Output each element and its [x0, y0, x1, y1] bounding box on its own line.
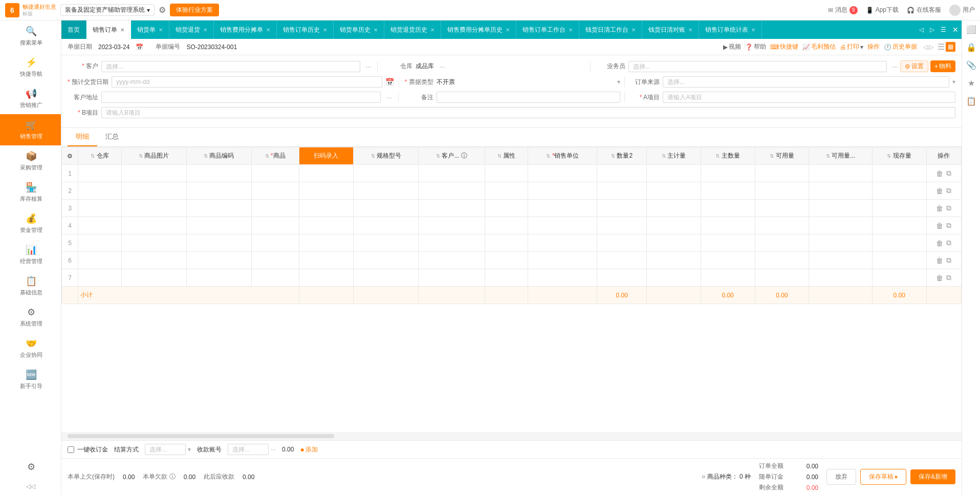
row-copy-icon[interactable]: ⧉ [946, 186, 951, 195]
address-input[interactable] [101, 92, 381, 103]
product-count-icon[interactable]: ○ [702, 473, 705, 480]
tab-12[interactable]: 销售订单统计表✕ [699, 20, 762, 39]
history-btn[interactable]: 🕐 历史单据 [884, 42, 917, 51]
sidebar-settings[interactable]: ⚙ [0, 456, 61, 478]
tab-0[interactable]: 首页 [61, 20, 86, 39]
profit-btn[interactable]: 📈 毛利预估 [802, 42, 836, 51]
tab-4[interactable]: 销售费用分摊单✕ [214, 20, 277, 39]
sidebar-item-search[interactable]: 🔍搜索菜单 [0, 20, 61, 52]
message-btn[interactable]: ✉ 消息 9 [828, 6, 858, 14]
customer-more-btn[interactable]: ··· [363, 62, 374, 71]
tab-close-8[interactable]: ✕ [506, 27, 510, 33]
row-delete-icon[interactable]: 🗑 [936, 187, 943, 195]
tab-next-btn[interactable]: ▷ [927, 26, 938, 33]
app-download-btn[interactable]: 📱 App下载 [866, 6, 899, 14]
setting-btn[interactable]: ⚙ 设置 [900, 60, 928, 72]
tab-close-10[interactable]: ✕ [631, 27, 636, 33]
row-delete-icon[interactable]: 🗑 [936, 256, 943, 265]
tab-6[interactable]: 销货单历史✕ [334, 20, 384, 39]
tab-close-11[interactable]: ✕ [688, 27, 692, 33]
delivery-date-input[interactable] [112, 76, 382, 88]
tab-9[interactable]: 销售订单工作台✕ [516, 20, 579, 39]
tab-7[interactable]: 销货退货历史✕ [384, 20, 441, 39]
tab-close-1[interactable]: ✕ [120, 27, 124, 33]
industry-btn[interactable]: 体验行业方案 [170, 4, 219, 16]
tab-close-4[interactable]: ✕ [266, 27, 270, 33]
tab-close-9[interactable]: ✕ [569, 27, 573, 33]
sidebar-item-sales[interactable]: 🛒销售管理 [0, 114, 61, 145]
tab-close-all-btn[interactable]: ✕ [949, 26, 962, 34]
row-delete-icon[interactable]: 🗑 [936, 222, 943, 230]
row-copy-icon[interactable]: ⧉ [946, 239, 951, 247]
operation-btn[interactable]: 操作 [867, 42, 880, 51]
tab-1[interactable]: 销售订单✕ [86, 20, 131, 39]
tab-close-5[interactable]: ✕ [323, 27, 327, 33]
row-copy-icon[interactable]: ⧉ [946, 169, 951, 178]
remarks-input[interactable] [437, 92, 620, 103]
date-value[interactable]: 2023-03-24 [98, 44, 129, 51]
sidebar-item-quick-nav[interactable]: ⚡快捷导航 [0, 52, 61, 83]
nav-left-icon[interactable]: ◁ [923, 44, 928, 51]
add-material-btn[interactable]: + 物料 [930, 60, 955, 72]
account-input[interactable] [228, 444, 269, 455]
invoice-dropdown-icon[interactable]: ▾ [617, 78, 620, 85]
view-list-icon[interactable]: ☰ [938, 42, 945, 52]
row-delete-icon[interactable]: 🗑 [936, 204, 943, 212]
salesperson-more-btn[interactable]: ··· [890, 62, 900, 71]
tab-11[interactable]: 钱货日清对账✕ [642, 20, 699, 39]
one-click-checkbox[interactable] [68, 446, 74, 453]
view-btn[interactable]: ▶ 视频 [723, 42, 741, 51]
system-selector[interactable]: 装备及固定资产辅助管理系统 ▾ [60, 4, 155, 16]
scrollbar-thumb[interactable] [68, 434, 334, 438]
right-panel-icon-1[interactable]: ⬜ [966, 25, 976, 34]
tab-close-6[interactable]: ✕ [374, 27, 378, 33]
info-icon[interactable]: ⓘ [461, 152, 467, 159]
tab-3[interactable]: 销货退货✕ [169, 20, 214, 39]
user-avatar[interactable]: 用户 [949, 5, 975, 16]
save-new-btn[interactable]: 保存&新增 [910, 469, 955, 484]
calendar-icon[interactable]: 📅 [136, 44, 143, 51]
tab-summary[interactable]: 汇总 [97, 128, 127, 146]
order-source-dropdown[interactable]: ▾ [952, 78, 955, 85]
shortcut-btn[interactable]: ⌨ 快捷键 [770, 42, 798, 51]
view-grid-icon[interactable]: ▦ [946, 42, 955, 52]
row-copy-icon[interactable]: ⧉ [946, 221, 951, 230]
tab-2[interactable]: 销货单✕ [131, 20, 169, 39]
customer-input[interactable] [101, 61, 360, 72]
sidebar-item-system[interactable]: ⚙系统管理 [0, 302, 61, 333]
tab-close-2[interactable]: ✕ [159, 27, 163, 33]
tab-5[interactable]: 销售订单历史✕ [277, 20, 334, 39]
row-copy-icon[interactable]: ⧉ [946, 204, 951, 212]
print-btn[interactable]: 🖨 打印 ▾ [840, 42, 863, 51]
sidebar-item-enterprise[interactable]: 🤝企业协同 [0, 333, 61, 364]
current-amount-info[interactable]: ⓘ [169, 473, 176, 480]
horizontal-scrollbar[interactable] [68, 434, 955, 438]
sidebar-item-guide[interactable]: 🆕新手引导 [0, 364, 61, 395]
payment-method-dropdown[interactable]: ▾ [188, 446, 191, 453]
right-panel-icon-5[interactable]: 📋 [966, 96, 976, 106]
tab-close-7[interactable]: ✕ [430, 27, 434, 33]
right-panel-icon-3[interactable]: 📎 [966, 60, 976, 70]
col-settings[interactable]: ⚙ [62, 147, 78, 165]
tab-menu-btn[interactable]: ☰ [938, 26, 949, 33]
save-draft-btn[interactable]: 保存草稿 ▾ [860, 469, 906, 485]
b-project-input[interactable] [101, 107, 955, 118]
delivery-calendar-icon[interactable]: 📅 [385, 78, 394, 86]
tab-8[interactable]: 销售费用分摊单历史✕ [441, 20, 516, 39]
gear-icon[interactable]: ⚙ [159, 5, 166, 15]
payment-method-input[interactable] [145, 444, 186, 455]
right-panel-icon-4[interactable]: ★ [968, 78, 975, 88]
help-btn[interactable]: ❓ 帮助 [745, 42, 766, 51]
row-delete-icon[interactable]: 🗑 [936, 274, 943, 282]
sidebar-item-inventory[interactable]: 🏪库存核算 [0, 177, 61, 208]
tab-prev-btn[interactable]: ◁ [916, 26, 927, 33]
sidebar-collapse-btn[interactable]: ◁◁ [0, 478, 61, 495]
a-project-input[interactable] [663, 92, 955, 103]
row-copy-icon[interactable]: ⧉ [946, 256, 951, 265]
row-delete-icon[interactable]: 🗑 [936, 169, 943, 178]
col-scan[interactable]: 扫码录入 [299, 147, 354, 165]
order-source-input[interactable] [663, 76, 949, 88]
salesperson-input[interactable] [628, 61, 887, 72]
address-more-btn[interactable]: ··· [384, 93, 394, 101]
col-settings-icon[interactable]: ⚙ [67, 153, 73, 160]
